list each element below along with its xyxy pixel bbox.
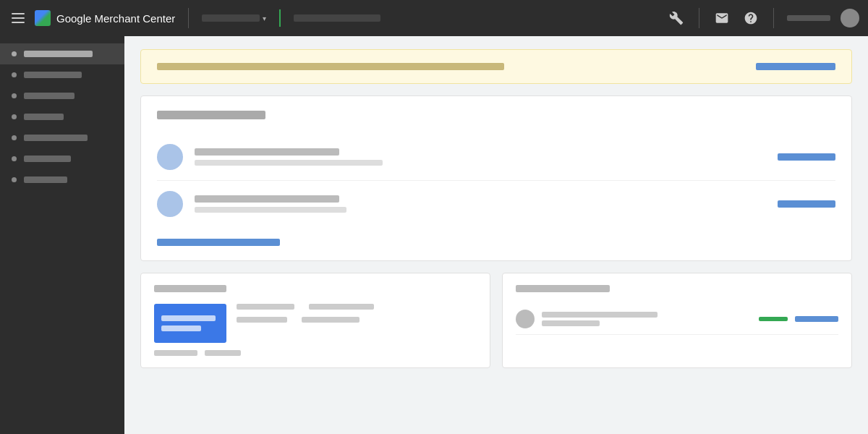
card-row-subtitle-0	[195, 160, 383, 166]
app-title: Google Merchant Center	[56, 12, 175, 25]
sidebar-item-5[interactable]	[0, 148, 124, 169]
brcard-status-green	[759, 317, 788, 321]
nav-divider-3	[773, 8, 774, 28]
help-icon-button[interactable]	[741, 9, 760, 27]
sidebar-item-3[interactable]	[0, 106, 124, 127]
brcard-action-link[interactable]	[795, 316, 838, 322]
blcard-item-row-1	[237, 317, 477, 323]
card-rows-container	[157, 134, 835, 227]
account-name-text	[787, 15, 830, 21]
bottom-cards-row	[140, 273, 852, 368]
blue-block-line-2	[161, 326, 201, 331]
blue-block-line-1	[161, 315, 216, 321]
blcard-bottom-bars	[154, 350, 477, 356]
user-avatar[interactable]	[841, 9, 859, 27]
card-row-title-0	[195, 148, 339, 156]
help-icon	[744, 11, 758, 25]
wrench-icon	[669, 11, 684, 25]
sidebar-item-4[interactable]	[0, 127, 124, 148]
card-row-action-1[interactable]	[778, 200, 835, 208]
sidebar-item-0[interactable]	[0, 43, 124, 64]
bottom-right-card	[502, 273, 852, 368]
blcard-bar-0b	[309, 304, 374, 310]
card-row-0	[157, 134, 835, 181]
sidebar-label-5	[24, 156, 71, 162]
sidebar-dot-4	[12, 135, 17, 140]
notification-banner	[140, 49, 852, 84]
bottom-left-items	[237, 304, 477, 323]
nav-divider-1	[188, 8, 189, 28]
logo-icon	[35, 10, 51, 26]
sidebar-label-6	[24, 176, 67, 183]
card-row-action-0[interactable]	[778, 153, 835, 161]
card-footer-link[interactable]	[157, 239, 280, 246]
sidebar-dot-0	[12, 51, 17, 56]
banner-message-text	[157, 63, 504, 70]
sidebar-label-0	[24, 51, 93, 57]
sidebar-label-1	[24, 72, 82, 78]
bottom-left-card-content	[154, 304, 477, 343]
brcard-row-0	[516, 304, 838, 335]
sidebar-label-3	[24, 114, 64, 120]
brcard-avatar	[516, 310, 535, 328]
bottom-right-card-title	[516, 285, 610, 292]
brcard-row-content	[542, 312, 752, 326]
card-row-1	[157, 181, 835, 227]
sidebar-dot-6	[12, 177, 17, 182]
blcard-bottom-bar-1	[154, 350, 197, 356]
card-row-title-1	[195, 195, 339, 203]
nav-divider-2	[699, 8, 699, 28]
bottom-left-card-title	[154, 285, 226, 292]
top-navigation: Google Merchant Center ▾	[0, 0, 868, 36]
sidebar-dot-2	[12, 93, 17, 98]
blue-block-element	[154, 304, 226, 343]
app-logo: Google Merchant Center	[35, 10, 175, 26]
card-row-avatar-0	[157, 144, 183, 170]
blcard-bar-1a	[237, 317, 287, 323]
sidebar-item-1[interactable]	[0, 64, 124, 85]
mail-icon-button[interactable]	[712, 9, 731, 27]
banner-learn-more-link[interactable]	[756, 63, 835, 70]
sidebar-dot-1	[12, 72, 17, 77]
card-row-content-1	[195, 195, 766, 213]
sidebar-navigation	[0, 36, 124, 434]
brcard-subtitle-bar	[542, 320, 600, 326]
card-row-avatar-1	[157, 191, 183, 217]
blcard-bar-0a	[237, 304, 294, 310]
chevron-down-icon: ▾	[263, 14, 266, 22]
blcard-item-row-0	[237, 304, 477, 310]
card-row-subtitle-1	[195, 207, 346, 213]
blcard-bottom-bar-2	[205, 350, 241, 356]
dropdown-text	[202, 14, 260, 22]
card-row-content-0	[195, 148, 766, 166]
nav-icons-group	[667, 8, 859, 28]
sidebar-dot-3	[12, 114, 17, 119]
sidebar-label-2	[24, 93, 75, 99]
blcard-bar-1b	[302, 317, 359, 323]
sidebar-item-6[interactable]	[0, 169, 124, 190]
mail-icon	[715, 11, 729, 25]
tools-icon-button[interactable]	[667, 9, 686, 27]
card-title	[157, 111, 265, 119]
bottom-left-card	[140, 273, 490, 368]
main-overview-card	[140, 95, 852, 261]
sidebar-item-2[interactable]	[0, 85, 124, 106]
main-content	[124, 36, 868, 434]
app-layout	[0, 36, 868, 434]
account-selector-dropdown[interactable]: ▾	[202, 14, 266, 22]
brcard-title-bar	[542, 312, 658, 318]
hamburger-menu-button[interactable]	[9, 10, 27, 26]
sidebar-label-4	[24, 135, 88, 141]
search-bar-placeholder	[294, 14, 380, 22]
sidebar-dot-5	[12, 156, 17, 161]
nav-green-divider	[279, 9, 281, 27]
